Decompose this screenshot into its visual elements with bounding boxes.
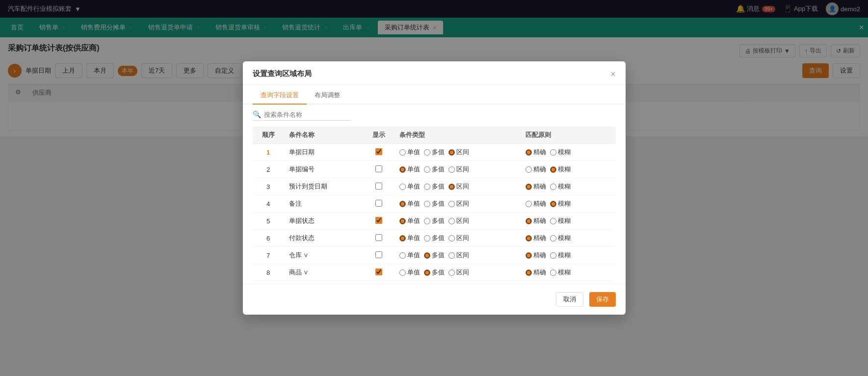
tab-query-fields-label: 查询字段设置 — [261, 91, 299, 99]
search-bar: 🔍 — [243, 105, 626, 127]
modal-table: 顺序 条件名称 显示 条件类型 匹配原则 1单据日期单值多值区间精确模糊2单据编… — [243, 127, 626, 136]
modal-title: 设置查询区域布局 — [253, 69, 312, 79]
search-input[interactable] — [264, 111, 342, 118]
tab-query-fields[interactable]: 查询字段设置 — [253, 87, 307, 105]
th-name: 条件名称 — [284, 127, 363, 136]
settings-modal: 设置查询区域布局 × 查询字段设置 布局调整 🔍 顺序 — [243, 61, 626, 136]
modal-header: 设置查询区域布局 × — [243, 61, 626, 85]
modal-tabs: 查询字段设置 布局调整 — [243, 87, 626, 105]
th-type: 条件类型 — [395, 127, 521, 136]
th-display: 显示 — [363, 127, 395, 136]
modal-overlay: 设置查询区域布局 × 查询字段设置 布局调整 🔍 顺序 — [0, 0, 868, 136]
search-icon: 🔍 — [253, 110, 261, 118]
tab-layout[interactable]: 布局调整 — [307, 87, 348, 105]
tab-layout-label: 布局调整 — [315, 91, 340, 99]
th-order: 顺序 — [253, 127, 284, 136]
search-input-wrap: 🔍 — [253, 110, 351, 121]
modal-close-button[interactable]: × — [610, 70, 616, 79]
th-match: 匹配原则 — [521, 127, 615, 136]
